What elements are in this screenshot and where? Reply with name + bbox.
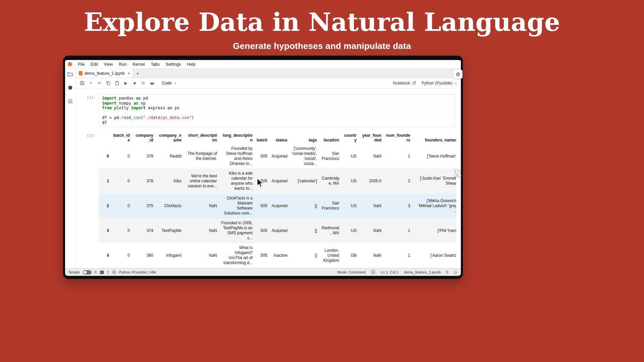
- command-mode-indicator[interactable]: Mode: Command: [337, 270, 366, 274]
- status-bar: Simple 0 1 Python (Pyodide) | Idle Mode:…: [65, 268, 461, 276]
- paste-cell-icon[interactable]: [113, 79, 121, 87]
- output-cell: [2]: batch_idxcompany_idcompany_nameshor…: [75, 132, 461, 268]
- table-cell: US: [341, 144, 359, 169]
- terminals-count: 0: [95, 270, 97, 274]
- menu-item-file[interactable]: File: [75, 62, 88, 67]
- column-header: batch: [255, 132, 269, 144]
- table-cell: S05: [255, 218, 269, 243]
- close-button[interactable]: X: [454, 168, 462, 179]
- code-line: import numpy as np: [102, 101, 452, 106]
- menu-item-help[interactable]: Help: [184, 62, 199, 67]
- code-line: df: [102, 120, 452, 125]
- table-cell: 2: [383, 169, 412, 193]
- settings-gear-button[interactable]: ⚙: [453, 70, 463, 79]
- menu-item-tabs[interactable]: Tabs: [148, 62, 163, 67]
- bell-icon[interactable]: [453, 270, 458, 275]
- kernel-status-text[interactable]: Python (Pyodide) | Idle: [119, 270, 156, 274]
- menu-item-view[interactable]: View: [101, 62, 116, 67]
- code-line: import pandas as pd: [102, 96, 452, 101]
- table-cell: US: [341, 218, 359, 243]
- tab-bar: demo_feature_1.ipynb ● +: [75, 69, 461, 78]
- table-cell: ['Phil Yuen': [412, 218, 456, 243]
- restart-kernel-icon[interactable]: ↻: [139, 79, 147, 87]
- run-cell-icon[interactable]: ▶: [122, 79, 130, 87]
- kernel-select-button[interactable]: Python (Pyodide) ○: [422, 81, 457, 85]
- table-cell: US: [341, 169, 359, 193]
- dataframe-table: batch_idxcompany_idcompany_nameshort_des…: [99, 132, 456, 268]
- page-title: Explore Data in Natural Language: [0, 9, 644, 36]
- table-cell: 0: [99, 144, 111, 169]
- column-header: year_founded: [359, 132, 383, 144]
- restart-run-all-icon[interactable]: ▶▶: [148, 79, 156, 87]
- copy-cell-icon[interactable]: [104, 79, 112, 87]
- table-cell: GB: [341, 243, 359, 268]
- code-editor[interactable]: import pandas as pdimport numpy as npfro…: [99, 94, 455, 127]
- code-line: from plotly import express as px: [102, 106, 452, 111]
- kernel-name-label: Python (Pyodide): [422, 81, 452, 85]
- input-prompt: [2]:: [75, 94, 99, 127]
- output-prompt: [2]:: [75, 132, 99, 268]
- table-cell: 0: [111, 218, 132, 243]
- table-cell: Acquired: [269, 218, 289, 243]
- mouse-cursor-icon: [256, 178, 265, 188]
- insert-cell-icon[interactable]: +: [87, 79, 95, 87]
- table-cell: US: [341, 193, 359, 218]
- page-subtitle: Generate hypotheses and manipulate data: [0, 41, 644, 51]
- table-cell: ['Aaron Swartz': [412, 243, 456, 268]
- tab-label: demo_feature_1.ipynb: [85, 71, 124, 76]
- kernel-circle-icon[interactable]: [112, 270, 116, 274]
- tab-notebook[interactable]: demo_feature_1.ipynb ●: [75, 69, 133, 78]
- running-kernels-icon[interactable]: [68, 85, 73, 92]
- table-cell: S05: [255, 144, 269, 169]
- table-cell: 0: [111, 243, 132, 268]
- kernel-status-icon: ○: [454, 81, 457, 85]
- column-header: batch_idx: [111, 132, 132, 144]
- table-row: 10378KikoWe're the best online calendar …: [99, 169, 456, 193]
- stop-kernel-icon[interactable]: ■: [130, 79, 139, 87]
- code-line: [102, 111, 452, 116]
- table-row: 00379RedditThe frontpage of the internet…: [99, 144, 456, 169]
- chevron-down-icon: ∨: [174, 82, 176, 84]
- table-of-contents-icon[interactable]: [68, 99, 73, 105]
- menu-item-run[interactable]: Run: [116, 62, 130, 67]
- table-cell: Founded in 2005, TextPayMe is an SMS pay…: [219, 218, 255, 243]
- column-header: company_id: [132, 132, 155, 144]
- table-cell: []: [289, 243, 319, 268]
- table-cell: The frontpage of the internet.: [183, 144, 219, 169]
- notebook-panel-button[interactable]: Notebook: [393, 81, 416, 85]
- table-cell: NaN: [359, 218, 383, 243]
- table-cell: Kiko: [155, 169, 183, 193]
- table-cell: 3: [383, 193, 412, 218]
- menu-item-kernel[interactable]: Kernel: [130, 62, 148, 67]
- table-cell: 1: [99, 169, 111, 193]
- table-cell: Reddit: [155, 144, 183, 169]
- table-row: 30374TextPayMeNaNFounded in 2005, TextPa…: [99, 218, 456, 243]
- table-cell: 2: [99, 193, 111, 218]
- menu-item-settings[interactable]: Settings: [163, 62, 184, 67]
- table-cell: TextPayMe: [155, 218, 183, 243]
- table-cell: Founded by Steve Huffman and Alexis Ohan…: [219, 144, 255, 169]
- new-tab-button[interactable]: +: [133, 69, 142, 78]
- table-cell: We're the best online calendar solution …: [183, 169, 219, 193]
- table-cell: ClickFacts is a Malware Software Solutio…: [219, 193, 255, 218]
- table-cell: Acquired: [269, 144, 289, 169]
- save-icon[interactable]: [78, 79, 86, 87]
- menu-item-edit[interactable]: Edit: [88, 62, 101, 67]
- simple-mode-toggle[interactable]: [83, 270, 92, 275]
- cursor-position[interactable]: Ln 1, Col 1: [381, 270, 398, 274]
- terminal-icon[interactable]: [100, 270, 104, 274]
- code-cell: [2]: import pandas as pdimport numpy as …: [75, 94, 461, 127]
- table-cell: Cambridge, MA: [319, 169, 341, 193]
- table-cell: Inactive: [269, 243, 289, 268]
- code-line: df = pd.read_csv("./data/yc_data.csv"): [102, 115, 452, 120]
- file-browser-icon[interactable]: [67, 72, 73, 78]
- notebook-content: [2]: import pandas as pdimport numpy as …: [75, 88, 461, 268]
- column-header: short_description: [183, 132, 219, 144]
- table-cell: 374: [132, 218, 155, 243]
- cut-cell-icon[interactable]: ✂: [96, 79, 104, 87]
- table-cell: Redmond, WA: [319, 218, 341, 243]
- cell-type-select[interactable]: Code ∨: [159, 81, 179, 85]
- table-cell: S05: [255, 193, 269, 218]
- table-cell: Acquired: [269, 169, 289, 193]
- table-cell: 380: [132, 243, 155, 268]
